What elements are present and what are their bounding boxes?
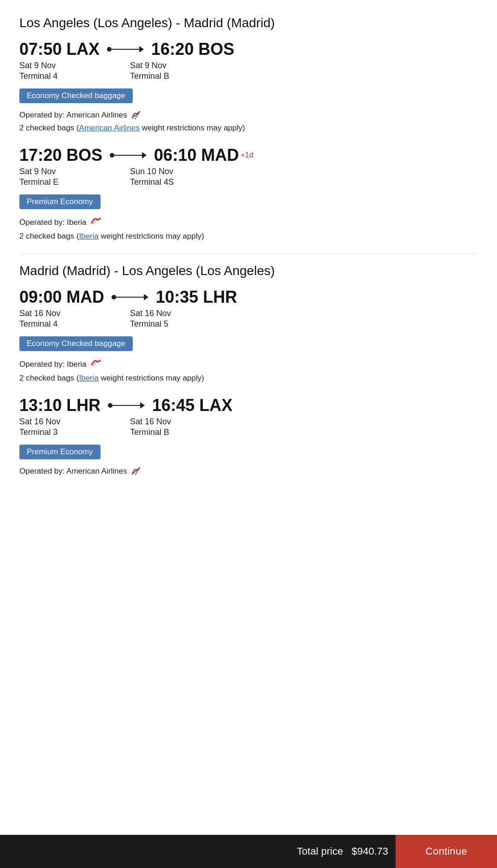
class-badge: Premium Economy [19, 194, 101, 209]
route-section-1: Los Angeles (Los Angeles) - Madrid (Madr… [19, 16, 478, 241]
flight-dates-row: Sat 16 NovSat 16 Nov [19, 417, 478, 427]
total-price: Total price $940.73 [0, 845, 396, 857]
svg-point-1 [89, 215, 102, 228]
flight-segment-seg-2: 17:20 BOS06:10 MAD+1dSat 9 NovSun 10 Nov… [19, 146, 478, 241]
route-divider [19, 254, 478, 254]
operator-text: Operated by: Iberia [19, 360, 87, 369]
operator-text: Operated by: American Airlines [19, 111, 127, 120]
flight-times-row: 09:00 MAD10:35 LHR [19, 287, 478, 307]
dep-terminal: Terminal E [19, 177, 130, 187]
flight-segment-seg-3: 09:00 MAD10:35 LHRSat 16 NovSat 16 NovTe… [19, 287, 478, 383]
dep-time-airport: 17:20 BOS [19, 146, 102, 165]
operator-text: Operated by: American Airlines [19, 467, 127, 476]
dep-time-airport: 09:00 MAD [19, 287, 104, 307]
class-badge: Premium Economy [19, 445, 101, 459]
bottom-bar: Total price $940.73 Continue [0, 835, 497, 868]
arr-date: Sat 16 Nov [130, 309, 241, 318]
arr-date: Sat 9 Nov [130, 61, 241, 70]
flight-segment-seg-4: 13:10 LHR16:45 LAXSat 16 NovSat 16 NovTe… [19, 396, 478, 478]
flight-arrow [112, 294, 148, 300]
flight-dates-row: Sat 9 NovSat 9 Nov [19, 61, 478, 70]
dep-terminal: Terminal 4 [19, 71, 130, 81]
page-content: Los Angeles (Los Angeles) - Madrid (Madr… [0, 0, 497, 537]
dep-time-airport: 07:50 LAX [19, 40, 100, 59]
dep-date: Sat 16 Nov [19, 309, 130, 318]
dep-date: Sat 16 Nov [19, 417, 130, 427]
airline-link[interactable]: American Airlines [79, 123, 139, 132]
arr-time-airport: 10:35 LHR [156, 287, 237, 307]
total-amount: $940.73 [351, 845, 388, 857]
flight-times-row: 13:10 LHR16:45 LAX [19, 396, 478, 415]
arr-time-airport: 06:10 MAD [154, 146, 239, 165]
arr-terminal: Terminal B [130, 428, 241, 437]
class-badge: Economy Checked baggage [19, 88, 133, 103]
route-section-2: Madrid (Madrid) - Los Angeles (Los Angel… [19, 264, 478, 478]
flight-segment-seg-1: 07:50 LAX16:20 BOSSat 9 NovSat 9 NovTerm… [19, 40, 478, 133]
operated-by: Operated by: American Airlines [19, 109, 478, 122]
arr-time-airport: 16:20 BOS [151, 40, 234, 59]
operated-by: Operated by: Iberia [19, 215, 478, 230]
arr-date: Sat 16 Nov [130, 417, 241, 427]
flight-times-row: 07:50 LAX16:20 BOS [19, 40, 478, 59]
baggage-info: 2 checked bags (Iberia weight restrictio… [19, 374, 478, 383]
operated-by: Operated by: Iberia [19, 357, 478, 372]
terminal-row: Terminal 4Terminal 5 [19, 319, 478, 329]
airline-logo-icon [89, 357, 102, 372]
total-label: Total price [297, 845, 343, 857]
airline-link[interactable]: Iberia [79, 232, 99, 240]
arr-terminal: Terminal 4S [130, 177, 241, 187]
route-title: Madrid (Madrid) - Los Angeles (Los Angel… [19, 264, 478, 278]
terminal-row: Terminal 3Terminal B [19, 428, 478, 437]
airline-logo-icon [130, 465, 142, 478]
arr-terminal: Terminal 5 [130, 319, 241, 329]
dep-terminal: Terminal 3 [19, 428, 130, 437]
terminal-row: Terminal 4Terminal B [19, 71, 478, 81]
airline-logo-icon [130, 109, 142, 122]
flight-times-row: 17:20 BOS06:10 MAD+1d [19, 146, 478, 165]
route-title: Los Angeles (Los Angeles) - Madrid (Madr… [19, 16, 478, 30]
arr-time-airport: 16:45 LAX [152, 396, 232, 415]
operated-by: Operated by: American Airlines [19, 465, 478, 478]
arr-date: Sun 10 Nov [130, 167, 241, 176]
flight-arrow [110, 152, 147, 158]
arr-terminal: Terminal B [130, 71, 241, 81]
dep-date: Sat 9 Nov [19, 167, 130, 176]
class-badge: Economy Checked baggage [19, 336, 133, 351]
flight-dates-row: Sat 9 NovSun 10 Nov [19, 167, 478, 176]
operator-text: Operated by: Iberia [19, 218, 87, 227]
flight-dates-row: Sat 16 NovSat 16 Nov [19, 309, 478, 318]
baggage-info: 2 checked bags (Iberia weight restrictio… [19, 232, 478, 241]
dep-terminal: Terminal 4 [19, 319, 130, 329]
airline-link[interactable]: Iberia [79, 374, 99, 382]
plus-day-badge: +1d [241, 151, 253, 159]
continue-button[interactable]: Continue [396, 835, 497, 868]
flight-arrow [107, 46, 144, 53]
dep-date: Sat 9 Nov [19, 61, 130, 70]
dep-time-airport: 13:10 LHR [19, 396, 101, 415]
baggage-info: 2 checked bags (American Airlines weight… [19, 123, 478, 133]
svg-point-2 [89, 357, 102, 369]
terminal-row: Terminal ETerminal 4S [19, 177, 478, 187]
flight-arrow [108, 402, 145, 409]
airline-logo-icon [89, 215, 102, 230]
